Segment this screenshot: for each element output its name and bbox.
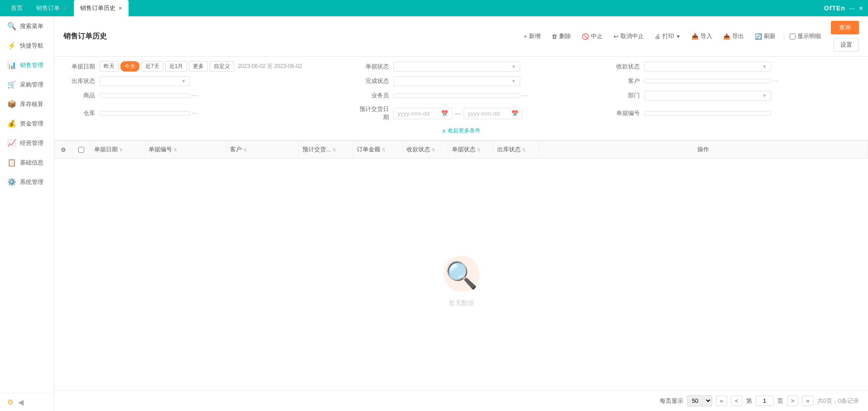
page-title: 销售订单历史: [63, 32, 107, 41]
salesperson-select[interactable]: [393, 93, 520, 98]
sidebar-collapse-icon[interactable]: ◀: [18, 398, 24, 406]
print-button[interactable]: 🖨 打印 ▼: [652, 30, 683, 42]
salesperson-dots-btn[interactable]: ···: [522, 92, 528, 99]
sidebar-item-finance[interactable]: 💰 资金管理: [0, 114, 54, 133]
delivery-date-start[interactable]: yyyy-mm-dd 📅: [393, 108, 452, 119]
th-order[interactable]: 单据编号 ⇅: [145, 141, 226, 158]
export-button[interactable]: 📤 导出: [720, 30, 747, 42]
department-select[interactable]: ▼: [644, 91, 771, 101]
th-receipt[interactable]: 收款状态 ⇅: [403, 141, 448, 158]
sidebar-item-quick-nav[interactable]: ⚡ 快捷导航: [0, 36, 54, 55]
delivery-date-end-placeholder: yyyy-mm-dd: [468, 110, 500, 117]
top-right: OfTEn — ✕: [824, 5, 863, 12]
delete-icon: 🗑: [551, 33, 557, 40]
date-btn-today[interactable]: 今天: [120, 61, 139, 72]
empty-state: 🔍 暂无数据: [54, 159, 868, 390]
page-size-select[interactable]: 50 10 20 100: [687, 395, 712, 406]
page-number-input[interactable]: [756, 396, 774, 406]
th-status-sort-icon: ⇅: [477, 147, 480, 152]
sidebar-item-system[interactable]: ⚙️ 系统管理: [0, 172, 54, 192]
receipt-status-select[interactable]: ▼: [644, 62, 771, 72]
receipt-status-arrow: ▼: [762, 64, 767, 69]
th-outstock-sort-icon: ⇅: [522, 147, 526, 152]
sidebar-item-basic-label: 基础信息: [20, 159, 43, 167]
receipt-status-label: 收款状态: [608, 63, 644, 71]
tab-sales-order-close[interactable]: ✕: [62, 5, 67, 11]
prev-page-button[interactable]: <: [731, 396, 743, 406]
date-btn-custom[interactable]: 自定义: [210, 61, 234, 72]
collapse-button[interactable]: ∧ 收起更多条件: [63, 126, 859, 137]
cancel-stop-button[interactable]: ↩ 取消中止: [611, 30, 647, 42]
add-button[interactable]: + 新增: [521, 30, 544, 42]
sidebar-item-search[interactable]: 🔍 搜索菜单: [0, 16, 54, 36]
tab-sales-order[interactable]: 销售订单 ✕: [30, 0, 73, 16]
outstock-status-select[interactable]: ▼: [100, 76, 190, 86]
sidebar-item-purchase[interactable]: 🛒 采购管理: [0, 75, 54, 94]
order-status-select[interactable]: ▼: [393, 62, 520, 72]
first-page-button[interactable]: «: [716, 396, 727, 406]
stop-button[interactable]: 🚫 中止: [579, 30, 605, 42]
settings-button[interactable]: 设置: [834, 38, 859, 52]
goods-label: 商品: [63, 92, 100, 100]
goods-dots-btn[interactable]: ···: [192, 92, 198, 99]
tab-home[interactable]: 首页: [5, 0, 29, 16]
warehouse-label: 仓库: [63, 109, 100, 117]
th-amount[interactable]: 订单金额 ⇅: [353, 141, 403, 158]
customer-label: 客户: [608, 77, 644, 85]
last-page-button[interactable]: »: [802, 396, 813, 406]
toolbar: + 新增 🗑 删除 🚫 中止 ↩ 取消中止 🖨 打印: [521, 21, 859, 52]
warehouse-control: ···: [100, 110, 357, 117]
th-status[interactable]: 单据状态 ⇅: [448, 141, 494, 158]
display-detail-checkbox[interactable]: 显示明细: [790, 32, 821, 40]
tab-sales-order-history[interactable]: 销售订单历史 ✕: [74, 0, 129, 16]
cancel-stop-label: 取消中止: [620, 32, 644, 40]
order-number-input[interactable]: [644, 111, 771, 116]
layout: 🔍 搜索菜单 ⚡ 快捷导航 📊 销售管理 🛒 采购管理 📦 库存核算 💰 资金管…: [0, 16, 868, 411]
table-area: ⚙ 单据日期 ⇅ 单据编号 ⇅ 客户 ⇅ 预计交货...: [54, 140, 868, 390]
next-page-button[interactable]: >: [787, 396, 799, 406]
search-button[interactable]: 查询: [831, 21, 859, 34]
import-label: 导入: [700, 32, 712, 40]
date-btn-more[interactable]: 更多: [189, 61, 208, 72]
sidebar-footer: ⚙ ◀: [0, 393, 54, 411]
select-all-checkbox[interactable]: [78, 147, 84, 153]
delivery-date-end[interactable]: yyyy-mm-dd 📅: [464, 108, 523, 119]
sidebar-settings-icon[interactable]: ⚙: [7, 398, 14, 406]
sidebar-item-operation[interactable]: 📈 经营管理: [0, 133, 54, 153]
sidebar: 🔍 搜索菜单 ⚡ 快捷导航 📊 销售管理 🛒 采购管理 📦 库存核算 💰 资金管…: [0, 16, 54, 411]
table-header: ⚙ 单据日期 ⇅ 单据编号 ⇅ 客户 ⇅ 预计交货...: [54, 140, 868, 159]
date-btn-1month[interactable]: 近1月: [165, 61, 187, 72]
th-date[interactable]: 单据日期 ⇅: [91, 141, 145, 158]
warehouse-select[interactable]: [100, 111, 190, 116]
calendar-end-icon[interactable]: 📅: [511, 110, 518, 117]
sidebar-item-basic[interactable]: 📋 基础信息: [0, 153, 54, 172]
th-customer[interactable]: 客户 ⇅: [226, 141, 299, 158]
tab-sales-order-label: 销售订单: [36, 4, 60, 12]
th-amount-sort-icon: ⇅: [382, 147, 385, 152]
th-settings[interactable]: ⚙: [54, 142, 72, 158]
display-detail-input[interactable]: [790, 34, 796, 39]
date-btn-yesterday[interactable]: 昨天: [100, 61, 119, 72]
tab-sales-order-history-label: 销售订单历史: [80, 4, 115, 12]
th-outstock[interactable]: 出库状态 ⇅: [494, 141, 539, 158]
refresh-button[interactable]: 🔄 刷新: [752, 30, 778, 42]
complete-status-select[interactable]: ▼: [393, 76, 520, 86]
warehouse-dots-btn[interactable]: ···: [192, 110, 198, 117]
date-btn-7days[interactable]: 近7天: [141, 61, 163, 72]
sidebar-item-sales[interactable]: 📊 销售管理: [0, 55, 54, 75]
delete-button[interactable]: 🗑 删除: [549, 30, 574, 42]
th-delivery[interactable]: 预计交货... ⇅: [299, 141, 353, 158]
tab-sales-order-history-close[interactable]: ✕: [118, 5, 122, 11]
sidebar-item-inventory[interactable]: 📦 库存核算: [0, 94, 54, 114]
import-button[interactable]: 📥 导入: [689, 30, 715, 42]
window-minimize[interactable]: —: [849, 5, 855, 12]
goods-select[interactable]: [100, 93, 190, 98]
calendar-start-icon[interactable]: 📅: [441, 110, 448, 117]
filter-row-3: 商品 ··· 业务员 ··· 部门: [63, 91, 859, 101]
customer-dots-btn[interactable]: ···: [773, 77, 779, 85]
print-icon: 🖨: [655, 33, 661, 40]
export-label: 导出: [732, 32, 744, 40]
window-close[interactable]: ✕: [858, 5, 863, 12]
th-checkbox[interactable]: [72, 142, 91, 157]
customer-select[interactable]: [644, 79, 771, 83]
